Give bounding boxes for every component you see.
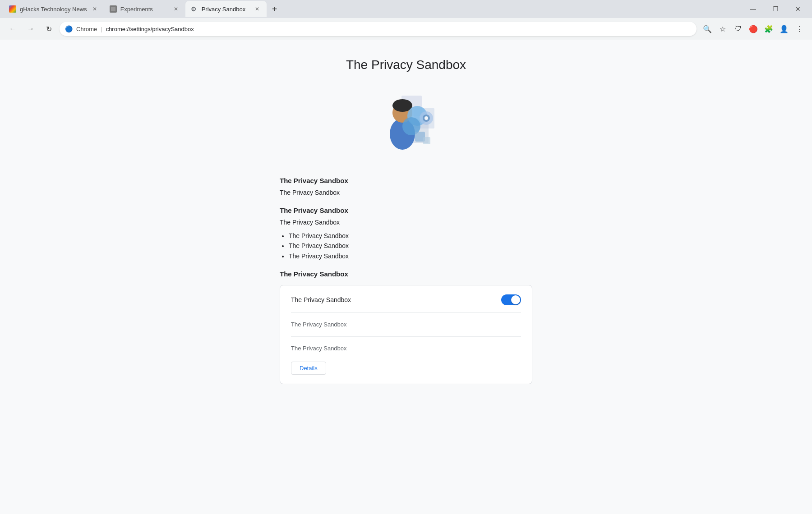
tab-close-privacy-sandbox[interactable]: ✕ xyxy=(253,5,261,13)
tab-privacy-sandbox[interactable]: ⚙ Privacy Sandbox ✕ xyxy=(185,1,267,17)
tab-favicon-ghacks xyxy=(9,5,16,13)
profile-icon[interactable]: 👤 xyxy=(777,22,791,36)
card-divider-1 xyxy=(291,312,521,313)
maximize-button[interactable]: ❐ xyxy=(765,2,786,16)
minimize-button[interactable]: — xyxy=(743,2,763,16)
tab-title-experiments: Experiments xyxy=(120,6,168,13)
chrome-label: Chrome xyxy=(76,26,97,32)
page-title: The Privacy Sandbox xyxy=(346,58,466,72)
card-description-1: The Privacy Sandbox xyxy=(291,320,521,329)
toolbar-actions: 🔍 ☆ 🛡 🔴 🧩 👤 ⋮ xyxy=(700,22,807,36)
svg-rect-13 xyxy=(423,137,430,144)
bullet-item-1: The Privacy Sandbox xyxy=(289,231,532,241)
settings-card: The Privacy Sandbox The Privacy Sandbox … xyxy=(280,285,532,384)
tab-ghacks[interactable]: gHacks Technology News ✕ xyxy=(4,1,104,17)
title-bar: gHacks Technology News ✕ Experiments ✕ ⚙… xyxy=(0,0,812,18)
tab-title-ghacks: gHacks Technology News xyxy=(20,6,87,13)
svg-rect-0 xyxy=(111,7,115,11)
reload-button[interactable]: ↻ xyxy=(42,22,56,36)
card-label: The Privacy Sandbox xyxy=(291,296,351,303)
tab-favicon-experiments xyxy=(110,5,117,13)
new-tab-button[interactable]: + xyxy=(268,3,281,15)
search-icon[interactable]: 🔍 xyxy=(700,22,715,36)
card-toggle-row: The Privacy Sandbox xyxy=(291,294,521,305)
bullet-item-3: The Privacy Sandbox xyxy=(289,251,532,261)
address-bar[interactable]: 🔵 Chrome | chrome://settings/privacySand… xyxy=(60,22,697,36)
bookmark-icon[interactable]: ☆ xyxy=(715,22,730,36)
section2-text: The Privacy Sandbox xyxy=(280,218,532,227)
section1-text: The Privacy Sandbox xyxy=(280,188,532,197)
svg-point-11 xyxy=(424,116,428,120)
details-button[interactable]: Details xyxy=(291,362,326,375)
back-button[interactable]: ← xyxy=(5,22,20,36)
close-button[interactable]: ✕ xyxy=(788,2,808,16)
tab-title-privacy-sandbox: Privacy Sandbox xyxy=(202,6,249,13)
card-divider-2 xyxy=(291,336,521,337)
tab-close-experiments[interactable]: ✕ xyxy=(172,5,180,13)
page-content: The Privacy Sandbox xyxy=(0,40,812,514)
tab-close-ghacks[interactable]: ✕ xyxy=(91,5,99,13)
content-area: The Privacy Sandbox The Privacy Sandbox … xyxy=(280,177,532,384)
privacy-sandbox-toggle[interactable] xyxy=(501,294,521,305)
tab-experiments[interactable]: Experiments ✕ xyxy=(104,1,185,17)
section3-heading: The Privacy Sandbox xyxy=(280,270,532,278)
privacy-illustration xyxy=(370,87,442,159)
window-controls: — ❐ ✕ xyxy=(743,2,808,16)
toggle-knob xyxy=(511,295,520,304)
address-separator: | xyxy=(101,26,102,32)
url-display: chrome://settings/privacySandbox xyxy=(106,26,194,32)
site-security-icon: 🔵 xyxy=(65,25,73,32)
section1-heading: The Privacy Sandbox xyxy=(280,177,532,184)
section2-heading: The Privacy Sandbox xyxy=(280,207,532,214)
shield-icon[interactable]: 🛡 xyxy=(731,22,745,36)
browser-frame: gHacks Technology News ✕ Experiments ✕ ⚙… xyxy=(0,0,812,514)
bullet-list: The Privacy Sandbox The Privacy Sandbox … xyxy=(289,231,532,261)
bullet-item-2: The Privacy Sandbox xyxy=(289,241,532,251)
toolbar: ← → ↻ 🔵 Chrome | chrome://settings/priva… xyxy=(0,18,812,40)
card-description-2: The Privacy Sandbox xyxy=(291,344,521,353)
tab-favicon-privacy-sandbox: ⚙ xyxy=(191,5,198,13)
shield2-icon[interactable]: 🔴 xyxy=(746,22,761,36)
forward-button[interactable]: → xyxy=(23,22,38,36)
extension-icon[interactable]: 🧩 xyxy=(761,22,776,36)
menu-icon[interactable]: ⋮ xyxy=(792,22,807,36)
